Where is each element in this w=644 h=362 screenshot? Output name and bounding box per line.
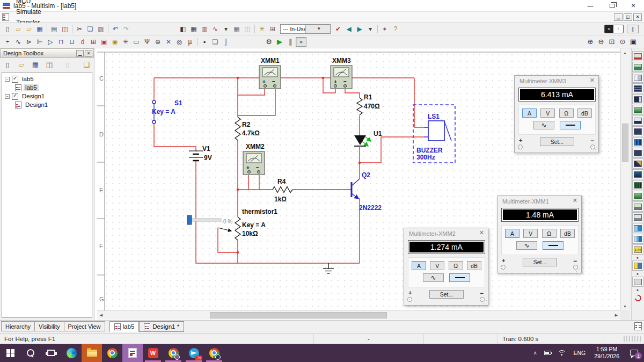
multimeter-xmm2-symbol[interactable]: + − xyxy=(243,151,265,175)
ttl-components-button[interactable]: ⊓ xyxy=(56,37,67,47)
set-button[interactable]: Set... xyxy=(523,258,557,266)
scroll-up-icon[interactable]: ▲ xyxy=(621,48,629,57)
document-tab[interactable]: lab5 xyxy=(109,321,140,332)
ni-components-button[interactable]: ✕ xyxy=(163,37,174,47)
zoom-in-button[interactable]: ⊕ xyxy=(585,37,596,47)
start-button[interactable] xyxy=(0,344,20,362)
cmos-components-button[interactable]: ⊔ xyxy=(67,37,77,47)
tree-item[interactable]: −Design1 xyxy=(3,92,91,100)
new-window-button[interactable]: ◫ xyxy=(44,60,55,70)
scroll-right-icon[interactable]: ▶ xyxy=(612,311,620,320)
open-design-button[interactable]: ▱ xyxy=(16,60,27,70)
logic-analyzer-button[interactable] xyxy=(632,137,643,147)
network-analyzer-button[interactable] xyxy=(632,191,643,201)
child-close-icon[interactable]: ✕ xyxy=(633,13,642,21)
misc-components-button[interactable]: ✳ xyxy=(120,37,131,47)
iv-analyzer-button[interactable] xyxy=(632,158,643,169)
battery-icon[interactable] xyxy=(544,351,551,355)
postprocessor-button[interactable]: ▦ xyxy=(231,24,242,34)
save-button[interactable]: ▦ xyxy=(34,24,45,34)
ac-mode-button[interactable]: ∿ xyxy=(516,241,537,250)
mcu-components-button[interactable]: µ xyxy=(185,37,195,47)
ac-mode-button[interactable]: ∿ xyxy=(533,121,554,129)
telegram-icon[interactable]: .79 xyxy=(184,344,204,362)
back-annotate-button[interactable]: ◀ xyxy=(343,24,354,34)
zoom-fit-button[interactable]: ⊙ xyxy=(617,37,628,47)
stop-simulation-button[interactable]: ■ xyxy=(296,37,306,47)
tektronix-oscilloscope-button[interactable] xyxy=(632,234,643,244)
ampere-button[interactable]: A xyxy=(505,229,519,238)
vertical-scroll-thumb[interactable] xyxy=(622,124,628,162)
open-project-button[interactable]: ▱ xyxy=(24,24,34,34)
paste-button[interactable]: ▨ xyxy=(96,24,106,34)
cut-button[interactable]: ✂ xyxy=(74,24,85,34)
hierarchy-view-button[interactable]: ◫ xyxy=(242,24,253,34)
analog-components-button[interactable]: ▷ xyxy=(45,37,56,47)
tray-chevron-icon[interactable]: ∧ xyxy=(530,350,541,356)
create-component-wizard-button[interactable]: ✳ xyxy=(257,24,267,34)
clock[interactable]: 1:59 PM 29/1/2026 xyxy=(590,346,624,360)
distortion-analyzer-button[interactable] xyxy=(632,169,643,179)
ampere-button[interactable]: A xyxy=(522,108,537,118)
scroll-left-icon[interactable]: ◀ xyxy=(97,311,105,320)
electrical-rules-check-button[interactable]: ✔ xyxy=(333,24,343,34)
new-file-button[interactable]: ▯ xyxy=(2,24,13,34)
bode-plotter-button[interactable] xyxy=(632,105,643,115)
toolbox-tab-project-view[interactable]: Project View xyxy=(64,321,105,331)
multisim-icon[interactable] xyxy=(122,344,143,362)
wattmeter-button[interactable] xyxy=(632,73,643,83)
oscilloscope-button[interactable] xyxy=(632,83,643,93)
multimeter-instrument-button[interactable] xyxy=(632,51,643,61)
volt-button[interactable]: V xyxy=(430,261,444,270)
agilent-oscilloscope-button[interactable] xyxy=(632,223,643,233)
chrome-icon[interactable] xyxy=(102,344,122,362)
collapse-icon[interactable]: − xyxy=(5,77,10,82)
volt-button[interactable]: V xyxy=(540,108,555,118)
ohm-button[interactable]: Ω xyxy=(542,229,557,238)
edge-icon[interactable] xyxy=(61,344,82,362)
ampere-button[interactable]: A xyxy=(412,261,426,270)
set-button[interactable]: Set... xyxy=(429,290,464,299)
ac-mode-button[interactable]: ∿ xyxy=(423,273,444,282)
action-center-button[interactable]: 1 xyxy=(624,344,644,362)
open-file-button[interactable]: ▱ xyxy=(13,24,24,34)
logic-converter-button[interactable] xyxy=(632,148,643,158)
word-generator-button[interactable] xyxy=(632,126,643,136)
dc-mode-button[interactable] xyxy=(560,121,581,129)
language-indicator[interactable]: ENG xyxy=(569,350,590,356)
digital-components-button[interactable]: d xyxy=(77,37,88,47)
place-comment-button[interactable]: ▪ xyxy=(199,37,210,47)
chevron-down-icon[interactable]: ▼ xyxy=(305,25,331,33)
agilent-function-generator-button[interactable] xyxy=(632,201,643,212)
zoom-out-button[interactable]: ⊖ xyxy=(596,37,606,47)
simulation-power-switch[interactable]: ol xyxy=(604,25,624,33)
chrome-profile-icon[interactable] xyxy=(163,344,184,362)
function-generator-button[interactable] xyxy=(632,62,643,72)
snippets-button[interactable]: ❏ xyxy=(81,60,92,70)
menu-simulate[interactable]: Simulate xyxy=(12,6,46,17)
scroll-down-icon[interactable]: ▼ xyxy=(621,302,629,310)
help-button[interactable]: ? xyxy=(390,24,401,34)
labview-instruments-button[interactable] xyxy=(632,260,643,271)
child-restore-icon[interactable]: ◱ xyxy=(624,13,632,21)
basic-components-button[interactable]: ∿ xyxy=(13,37,24,47)
grapher-dropdown-button[interactable]: ▾ xyxy=(221,24,231,34)
grapher-button[interactable]: ∿ xyxy=(210,24,221,34)
hierarchical-block-button[interactable]: ❏ xyxy=(210,37,221,47)
source-components-button[interactable]: ÷ xyxy=(2,37,13,47)
decibel-button[interactable]: dB xyxy=(467,261,481,270)
labview-instruments-dropdown-icon[interactable]: ▸ xyxy=(632,271,643,276)
close-icon[interactable]: ✕ xyxy=(590,77,595,84)
set-button[interactable]: Set... xyxy=(540,137,574,146)
chrome-profile2-icon[interactable] xyxy=(204,344,224,362)
electromechanical-components-button[interactable]: ⊕ xyxy=(152,37,163,47)
interactive-simulation-settings-button[interactable]: ⚙ xyxy=(264,37,274,47)
current-clamp-button[interactable] xyxy=(632,293,643,303)
tree-item[interactable]: lab5 xyxy=(3,83,91,92)
new-design-button[interactable]: ▯ xyxy=(2,60,13,70)
tree-item[interactable]: −lab5 xyxy=(3,75,91,83)
horizontal-scrollbar[interactable]: ◀ ▶ xyxy=(97,310,620,320)
child-minimize-icon[interactable]: ▁ xyxy=(614,13,623,21)
decibel-button[interactable]: dB xyxy=(560,229,575,238)
measurement-probe-dropdown-icon[interactable]: ▸ xyxy=(632,255,643,260)
